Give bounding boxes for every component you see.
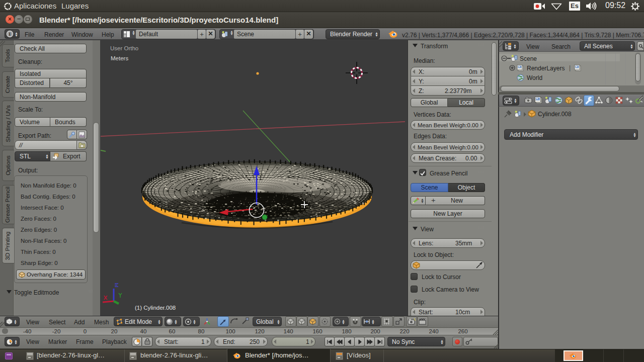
svg-text:40: 40 (140, 328, 147, 334)
svg-text:-40: -40 (23, 328, 32, 334)
svg-text:0: 0 (84, 328, 87, 334)
svg-text:(1) Cylinder.008: (1) Cylinder.008 (135, 305, 176, 311)
svg-text:140: 140 (283, 328, 293, 334)
svg-text:i: i (9, 31, 11, 37)
svg-text:240: 240 (429, 328, 438, 334)
svg-text:20: 20 (111, 328, 118, 334)
svg-text:100: 100 (225, 328, 235, 334)
svg-text:260: 260 (458, 328, 467, 334)
svg-text:120: 120 (255, 328, 264, 334)
svg-text:180: 180 (342, 328, 351, 334)
svg-text:160: 160 (312, 328, 322, 334)
svg-text:-20: -20 (52, 328, 61, 334)
svg-text:Meters: Meters (111, 55, 128, 61)
svg-text:60: 60 (169, 328, 176, 334)
svg-text:User Ortho: User Ortho (110, 45, 138, 51)
svg-text:220: 220 (399, 328, 409, 334)
svg-text:80: 80 (198, 328, 205, 334)
svg-text:200: 200 (370, 328, 380, 334)
